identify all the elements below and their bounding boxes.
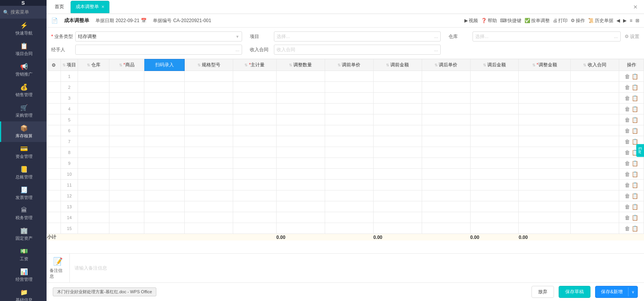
- action-shortcuts[interactable]: ⌨ 快捷键: [500, 17, 521, 24]
- row-adjust-qty[interactable]: [276, 180, 325, 190]
- delete-row-button[interactable]: 🗑: [625, 225, 630, 232]
- action-print[interactable]: 🖨 打印: [553, 17, 568, 24]
- row-adjust-amount[interactable]: [519, 212, 570, 223]
- delete-row-button[interactable]: 🗑: [625, 128, 630, 134]
- row-adjust-qty[interactable]: [276, 212, 325, 223]
- row-adjust-qty[interactable]: [276, 114, 325, 125]
- delete-row-button[interactable]: 🗑: [625, 95, 630, 101]
- copy-row-button[interactable]: 📋: [632, 160, 638, 166]
- row-scan[interactable]: [144, 190, 185, 201]
- sidebar-item-ledger[interactable]: 📒总账管理: [0, 163, 47, 183]
- row-before-price[interactable]: [325, 104, 373, 114]
- row-before-price[interactable]: [325, 125, 373, 136]
- row-product[interactable]: [109, 223, 144, 234]
- row-adjust-amount[interactable]: [519, 71, 570, 82]
- row-before-price[interactable]: [325, 114, 373, 125]
- settings-icon[interactable]: ⚙ 设置: [625, 33, 639, 40]
- row-spec[interactable]: [185, 190, 233, 201]
- window-close-button[interactable]: ✕: [633, 4, 638, 10]
- row-after-price[interactable]: [422, 190, 470, 201]
- row-spec[interactable]: [185, 158, 233, 169]
- row-product[interactable]: [109, 104, 144, 114]
- action-check-form[interactable]: ✅ 按单调整: [525, 17, 550, 24]
- row-income-contract[interactable]: [570, 190, 619, 201]
- sidebar-item-inventory[interactable]: 📦库存核算: [0, 121, 47, 142]
- nav-prev-button[interactable]: ◀: [616, 18, 620, 23]
- row-scan[interactable]: [144, 169, 185, 180]
- row-after-price[interactable]: [422, 212, 470, 223]
- row-project[interactable]: [78, 114, 109, 125]
- copy-row-button[interactable]: 📋: [632, 117, 638, 123]
- handler-input[interactable]: ...: [75, 45, 242, 55]
- discard-button[interactable]: 放弃: [531, 286, 554, 298]
- row-project[interactable]: [78, 190, 109, 201]
- row-after-amount[interactable]: [470, 190, 519, 201]
- row-product[interactable]: [109, 93, 144, 104]
- calendar-icon[interactable]: 📅: [141, 18, 147, 23]
- income-contract-input[interactable]: 收入合同 ...: [274, 45, 441, 55]
- row-adjust-amount[interactable]: [519, 201, 570, 212]
- row-unit[interactable]: [233, 158, 277, 169]
- sidebar-item-finance[interactable]: 💳资金管理: [0, 142, 47, 163]
- row-spec[interactable]: [185, 223, 233, 234]
- taskbar[interactable]: 木门行业好业财处理方案-慕红红.doc - WPS Office: [53, 287, 156, 296]
- row-income-contract[interactable]: [570, 201, 619, 212]
- tab-home[interactable]: 首页: [50, 1, 69, 13]
- save-new-button[interactable]: 保存&新增 ∨: [595, 286, 638, 298]
- row-adjust-amount[interactable]: [519, 93, 570, 104]
- row-after-price[interactable]: [422, 71, 470, 82]
- copy-row-button[interactable]: 📋: [632, 106, 638, 112]
- row-scan[interactable]: [144, 158, 185, 169]
- row-unit[interactable]: [233, 169, 277, 180]
- row-before-amount[interactable]: [373, 82, 422, 93]
- row-before-price[interactable]: [325, 82, 373, 93]
- copy-row-button[interactable]: 📋: [632, 193, 638, 199]
- row-product[interactable]: [109, 212, 144, 223]
- row-project[interactable]: [78, 201, 109, 212]
- row-income-contract[interactable]: [570, 125, 619, 136]
- delete-row-button[interactable]: 🗑: [625, 193, 630, 199]
- row-after-amount[interactable]: [470, 147, 519, 158]
- row-unit[interactable]: [233, 147, 277, 158]
- row-before-amount[interactable]: [373, 125, 422, 136]
- row-spec[interactable]: [185, 104, 233, 114]
- row-after-price[interactable]: [422, 223, 470, 234]
- copy-row-button[interactable]: 📋: [632, 73, 638, 80]
- row-product[interactable]: [109, 136, 144, 147]
- row-project[interactable]: [78, 223, 109, 234]
- notes-input[interactable]: 请输入备注信息: [70, 254, 644, 282]
- save-new-arrow[interactable]: ∨: [628, 287, 637, 296]
- row-after-amount[interactable]: [470, 82, 519, 93]
- copy-row-button[interactable]: 📋: [632, 171, 638, 177]
- row-project[interactable]: [78, 93, 109, 104]
- row-after-price[interactable]: [422, 93, 470, 104]
- sidebar-item-sales[interactable]: 💰销售管理: [0, 80, 47, 101]
- row-adjust-qty[interactable]: [276, 158, 325, 169]
- row-adjust-amount[interactable]: [519, 104, 570, 114]
- row-project[interactable]: [78, 169, 109, 180]
- row-before-price[interactable]: [325, 180, 373, 190]
- row-project[interactable]: [78, 71, 109, 82]
- row-unit[interactable]: [233, 93, 277, 104]
- row-after-price[interactable]: [422, 125, 470, 136]
- row-spec[interactable]: [185, 82, 233, 93]
- row-income-contract[interactable]: [570, 223, 619, 234]
- row-unit[interactable]: [233, 114, 277, 125]
- row-product[interactable]: [109, 201, 144, 212]
- row-scan[interactable]: [144, 93, 185, 104]
- row-unit[interactable]: [233, 190, 277, 201]
- delete-row-button[interactable]: 🗑: [625, 106, 630, 112]
- delete-row-button[interactable]: 🗑: [625, 182, 630, 188]
- row-spec[interactable]: [185, 212, 233, 223]
- delete-row-button[interactable]: 🗑: [625, 84, 630, 90]
- row-after-amount[interactable]: [470, 169, 519, 180]
- row-after-price[interactable]: [422, 147, 470, 158]
- row-income-contract[interactable]: [570, 71, 619, 82]
- row-product[interactable]: [109, 147, 144, 158]
- row-income-contract[interactable]: [570, 82, 619, 93]
- row-spec[interactable]: [185, 71, 233, 82]
- row-adjust-qty[interactable]: [276, 82, 325, 93]
- row-unit[interactable]: [233, 180, 277, 190]
- sidebar-item-purchase[interactable]: 🛒采购管理: [0, 101, 47, 121]
- row-before-price[interactable]: [325, 136, 373, 147]
